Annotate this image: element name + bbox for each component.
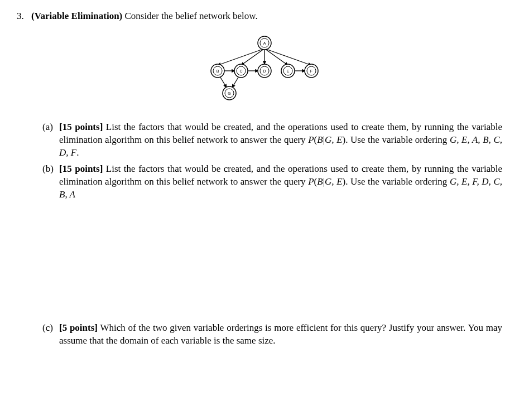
part-a-close: ). xyxy=(343,134,348,145)
part-a-period: . xyxy=(76,147,79,158)
page: 3. (Variable Elimination) Consider the b… xyxy=(0,0,529,420)
part-b-label: (b) xyxy=(42,163,59,201)
part-b-P: P xyxy=(308,176,314,187)
part-a-points: [15 points] xyxy=(59,122,103,132)
node-c: C xyxy=(239,69,242,73)
subparts: (a) [15 points] List the factors that wo… xyxy=(42,121,502,347)
node-b: B xyxy=(217,69,219,73)
part-b-points: [15 points] xyxy=(59,163,103,174)
node-a: A xyxy=(263,41,266,45)
part-b-body: [15 points] List the factors that would … xyxy=(59,163,502,201)
part-b-GE: G, E xyxy=(325,176,343,187)
svg-line-1 xyxy=(241,49,264,65)
question-line: (Variable Elimination) Consider the beli… xyxy=(31,10,258,23)
belief-network-diagram: A B C D E F G xyxy=(17,34,512,105)
part-a-B: B xyxy=(317,134,323,145)
question-header: 3. (Variable Elimination) Consider the b… xyxy=(17,10,512,23)
node-f: F xyxy=(310,69,312,73)
svg-line-3 xyxy=(264,49,288,65)
part-c-points: [5 points] xyxy=(59,322,98,333)
svg-line-0 xyxy=(218,49,264,65)
part-c: (c) [5 points] Which of the two given va… xyxy=(42,322,502,347)
part-a-body: [15 points] List the factors that would … xyxy=(59,121,502,160)
part-a-P: P xyxy=(308,134,314,145)
part-a-label: (a) xyxy=(42,121,59,160)
part-c-text: Which of the two given variable ordering… xyxy=(59,322,502,346)
svg-line-4 xyxy=(264,49,311,65)
svg-line-9 xyxy=(232,76,239,88)
part-c-body: [5 points] Which of the two given variab… xyxy=(59,322,502,347)
node-e: E xyxy=(287,69,290,73)
part-b-text2: Use the variable ordering xyxy=(348,176,449,187)
node-d: D xyxy=(263,69,266,73)
question-title: (Variable Elimination) xyxy=(31,11,122,21)
part-b-B: B xyxy=(317,176,323,187)
question-prompt: Consider the belief network below. xyxy=(122,11,258,21)
question-number: 3. xyxy=(17,10,31,23)
node-g: G xyxy=(228,91,230,95)
part-b-close: ). xyxy=(343,176,348,187)
part-c-label: (c) xyxy=(42,322,59,347)
blank-space xyxy=(42,205,502,322)
part-a-text2: Use the variable ordering xyxy=(348,134,449,145)
svg-line-8 xyxy=(220,76,227,88)
part-a: (a) [15 points] List the factors that wo… xyxy=(42,121,502,160)
part-a-GE: G, E xyxy=(325,134,343,145)
part-b: (b) [15 points] List the factors that wo… xyxy=(42,163,502,201)
network-svg: A B C D E F G xyxy=(195,34,334,105)
